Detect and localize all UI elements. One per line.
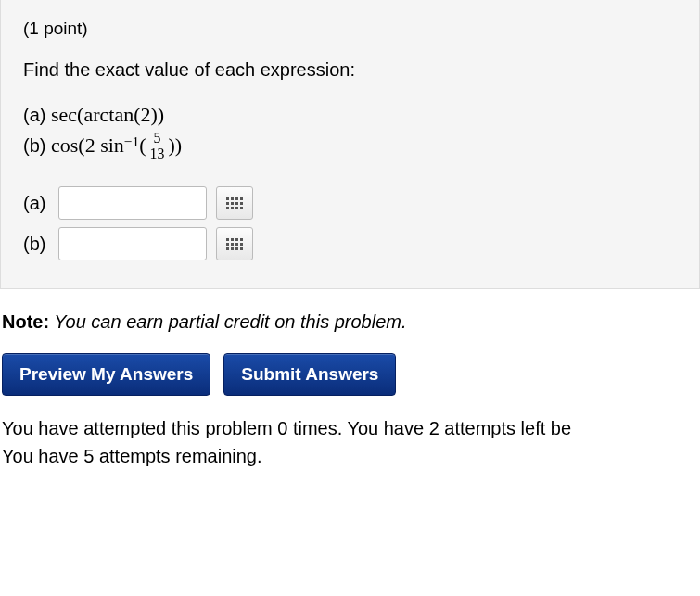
answer-row-b: (b) bbox=[23, 227, 677, 260]
b-open: ( bbox=[139, 133, 146, 157]
keypad-icon bbox=[226, 197, 243, 209]
part-b-prefix: (b) bbox=[23, 135, 51, 156]
expressions-block: (a) sec(arctan(2)) (b) cos(2 sin−1(513)) bbox=[23, 101, 677, 162]
preview-answers-button[interactable]: Preview My Answers bbox=[2, 353, 210, 396]
button-row: Preview My Answers Submit Answers bbox=[2, 353, 698, 396]
answer-a-label: (a) bbox=[23, 193, 49, 214]
answer-b-label: (b) bbox=[23, 234, 49, 255]
b-fraction: 513 bbox=[148, 131, 167, 161]
b-frac-num: 5 bbox=[148, 131, 167, 146]
part-a-math: sec(arctan(2)) bbox=[51, 103, 164, 126]
points-label: (1 point) bbox=[23, 19, 677, 39]
answer-row-a: (a) bbox=[23, 186, 677, 220]
note-text: You can earn partial credit on this prob… bbox=[49, 311, 406, 332]
instruction-text: Find the exact value of each expression: bbox=[23, 59, 677, 81]
keypad-button-b[interactable] bbox=[216, 227, 253, 260]
keypad-icon bbox=[226, 238, 243, 250]
status-line-1: You have attempted this problem 0 times.… bbox=[2, 414, 698, 442]
expression-b: (b) cos(2 sin−1(513)) bbox=[23, 130, 677, 163]
note-line: Note: You can earn partial credit on thi… bbox=[2, 311, 698, 333]
answers-block: (a) (b) bbox=[23, 186, 677, 260]
b-close: )) bbox=[168, 133, 182, 157]
answer-a-input[interactable] bbox=[58, 186, 207, 220]
b-exponent: −1 bbox=[124, 133, 139, 149]
note-label: Note: bbox=[2, 311, 49, 332]
part-b-math: cos(2 sin−1(513)) bbox=[51, 133, 182, 157]
status-line-2: You have 5 attempts remaining. bbox=[2, 442, 698, 470]
part-a-prefix: (a) bbox=[23, 105, 51, 125]
status-block: You have attempted this problem 0 times.… bbox=[2, 414, 698, 470]
expression-a: (a) sec(arctan(2)) bbox=[23, 101, 677, 130]
submit-answers-button[interactable]: Submit Answers bbox=[223, 353, 396, 396]
keypad-button-a[interactable] bbox=[216, 186, 253, 220]
problem-container: (1 point) Find the exact value of each e… bbox=[0, 0, 700, 289]
b-func: cos(2 sin bbox=[51, 133, 124, 157]
b-frac-den: 13 bbox=[148, 146, 167, 161]
answer-b-input[interactable] bbox=[58, 227, 207, 260]
